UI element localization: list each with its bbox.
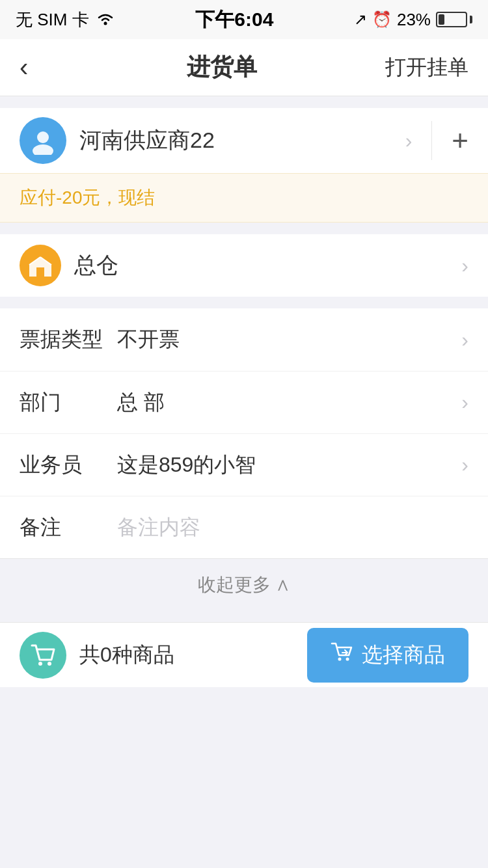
invoice-label: 票据类型 [20, 325, 111, 354]
dept-value: 总 部 [111, 388, 461, 417]
supplier-section: 河南供应商22 › + 应付-20元，现结 [0, 108, 488, 223]
sales-row[interactable]: 业务员 这是859的小智 › [0, 433, 488, 496]
svg-point-0 [103, 21, 107, 25]
status-bar: 无 SIM 卡 下午6:04 ↗ ⏰ 23% [0, 0, 488, 39]
sales-label: 业务员 [20, 451, 111, 480]
status-right: ↗ ⏰ 23% [354, 10, 472, 30]
collapse-button[interactable]: 收起更多 ∧ [0, 558, 488, 610]
note-row[interactable]: 备注 备注内容 [0, 496, 488, 558]
alarm-icon: ⏰ [372, 10, 392, 29]
svg-point-1 [37, 131, 49, 143]
product-cart-icon [20, 632, 66, 679]
dept-chevron-icon: › [461, 390, 468, 414]
notice-banner: 应付-20元，现结 [0, 173, 488, 223]
add-supplier-icon[interactable]: + [452, 124, 468, 157]
select-cart-icon [331, 642, 354, 668]
svg-point-2 [33, 144, 53, 155]
supplier-name: 河南供应商22 [79, 126, 405, 156]
dept-row[interactable]: 部门 总 部 › [0, 371, 488, 433]
warehouse-row[interactable]: 总仓 › [0, 234, 488, 297]
supplier-row[interactable]: 河南供应商22 › + [0, 108, 488, 173]
form-section: 票据类型 不开票 › 部门 总 部 › 业务员 这是859的小智 › 备注 备注… [0, 308, 488, 558]
invoice-row[interactable]: 票据类型 不开票 › [0, 308, 488, 371]
invoice-chevron-icon: › [461, 328, 468, 352]
note-placeholder[interactable]: 备注内容 [111, 513, 468, 542]
warehouse-icon [20, 245, 61, 286]
location-icon: ↗ [354, 10, 367, 29]
background-fill [0, 687, 488, 868]
svg-point-6 [338, 657, 342, 660]
battery-percent: 23% [397, 10, 431, 30]
product-count: 共0种商品 [79, 641, 307, 670]
svg-point-5 [47, 662, 51, 666]
svg-rect-3 [36, 267, 44, 277]
back-button[interactable]: ‹ [20, 53, 59, 82]
supplier-chevron-icon: › [405, 129, 413, 153]
dept-label: 部门 [20, 388, 111, 417]
supplier-avatar [20, 117, 66, 164]
svg-point-4 [38, 662, 42, 666]
status-time: 下午6:04 [195, 7, 273, 33]
section-gap-2 [0, 223, 488, 234]
warehouse-name: 总仓 [74, 251, 461, 280]
section-gap-4 [0, 610, 488, 622]
nav-bar: ‹ 进货单 打开挂单 [0, 39, 488, 96]
page-title: 进货单 [187, 51, 257, 83]
battery-icon [436, 12, 472, 27]
supplier-actions: › + [405, 121, 468, 160]
section-gap-1 [0, 96, 488, 108]
product-bar: 共0种商品 选择商品 [0, 622, 488, 687]
warehouse-chevron-icon: › [461, 254, 468, 278]
svg-point-7 [346, 657, 349, 660]
select-product-button[interactable]: 选择商品 [307, 628, 468, 683]
status-left: 无 SIM 卡 [16, 8, 115, 31]
warehouse-section: 总仓 › [0, 234, 488, 297]
carrier-text: 无 SIM 卡 [16, 8, 89, 31]
open-pending-button[interactable]: 打开挂单 [385, 53, 468, 82]
section-gap-3 [0, 297, 488, 308]
select-btn-label: 选择商品 [362, 641, 445, 670]
wifi-icon [96, 10, 115, 30]
notice-text: 应付-20元，现结 [20, 187, 155, 208]
invoice-value: 不开票 [111, 325, 461, 354]
note-label: 备注 [20, 513, 111, 542]
vertical-divider [431, 121, 432, 160]
sales-chevron-icon: › [461, 453, 468, 477]
collapse-label: 收起更多 ∧ [198, 573, 291, 597]
sales-value: 这是859的小智 [111, 451, 461, 480]
